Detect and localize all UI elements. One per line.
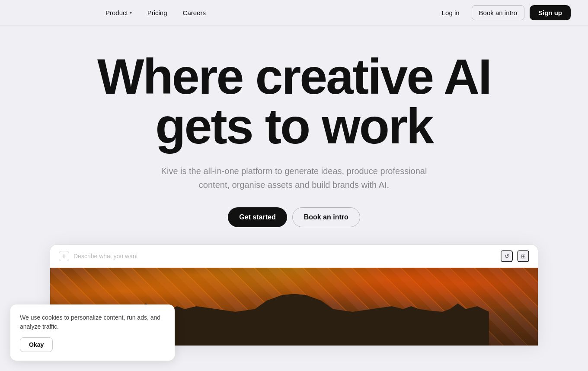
login-button[interactable]: Log in [435,6,467,20]
app-toolbar: + Describe what you want ↺ ⊞ [50,245,538,268]
toolbar-left: + Describe what you want [59,251,138,261]
toolbar-refresh-icon[interactable]: ↺ [501,250,513,262]
hero-cta: Get started Book an intro [228,207,360,227]
nav-left: Product ▾ Pricing Careers [99,6,212,20]
toolbar-placeholder: Describe what you want [74,253,138,260]
nav-right: Log in Book an intro Sign up [435,5,571,20]
plus-icon: + [62,252,66,260]
cookie-text: We use cookies to personalize content, r… [20,313,165,331]
navigation: Product ▾ Pricing Careers Log in Book an… [0,0,588,26]
hero-section: Where creative AI gets to work Kive is t… [0,0,588,346]
book-intro-nav-button[interactable]: Book an intro [472,5,524,20]
nav-careers[interactable]: Careers [177,6,212,20]
chevron-down-icon: ▾ [130,10,132,15]
toolbar-grid-icon[interactable]: ⊞ [517,250,529,262]
nav-product[interactable]: Product ▾ [99,6,138,20]
cookie-okay-button[interactable]: Okay [20,337,53,352]
get-started-button[interactable]: Get started [228,207,287,227]
toolbar-add-button[interactable]: + [59,251,69,261]
nav-pricing-label: Pricing [147,9,167,16]
nav-pricing[interactable]: Pricing [141,6,173,20]
nav-product-label: Product [105,9,128,16]
toolbar-right: ↺ ⊞ [501,250,529,262]
nav-careers-label: Careers [183,9,206,16]
cookie-banner: We use cookies to personalize content, r… [10,304,175,361]
book-intro-hero-button[interactable]: Book an intro [292,207,360,227]
hero-title: Where creative AI gets to work [48,52,540,151]
hero-subtitle: Kive is the all-in-one platform to gener… [160,164,428,192]
signup-button[interactable]: Sign up [530,5,571,20]
